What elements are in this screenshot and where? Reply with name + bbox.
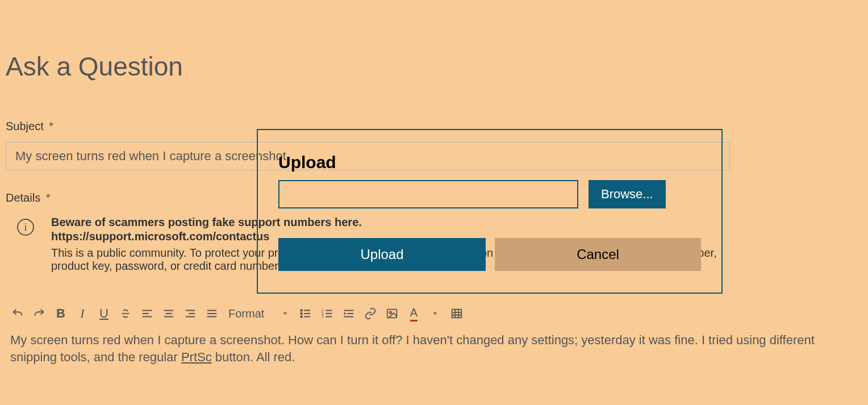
upload-modal-title: Upload — [278, 153, 701, 172]
upload-button[interactable]: Upload — [278, 238, 486, 271]
cancel-button[interactable]: Cancel — [495, 238, 701, 271]
browse-button[interactable]: Browse... — [589, 180, 666, 208]
file-path-input[interactable] — [278, 180, 578, 208]
upload-modal: Upload Browse... Upload Cancel — [257, 129, 723, 294]
